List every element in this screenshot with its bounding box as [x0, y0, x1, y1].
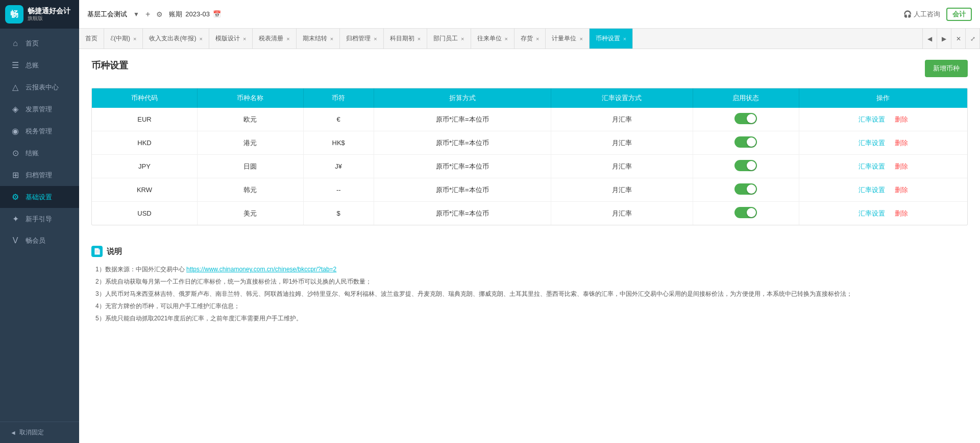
- sidebar-pin-button[interactable]: ◄ 取消固定: [0, 422, 79, 443]
- sidebar-label-home: 首页: [26, 39, 39, 48]
- delete-link[interactable]: 删除: [895, 162, 908, 170]
- cell-method: 原币*汇率=本位币: [374, 202, 551, 225]
- tab-currency-label: 币种设置: [596, 34, 620, 43]
- tab-income-close[interactable]: ×: [199, 36, 202, 42]
- sidebar-item-invoice[interactable]: ◈ 发票管理: [0, 98, 79, 120]
- toggle-switch[interactable]: [734, 207, 757, 218]
- tab-subjects[interactable]: 科目期初 ×: [384, 29, 427, 49]
- sidebar-item-guide[interactable]: ✦ 新手引导: [0, 208, 79, 230]
- tab-units2-close[interactable]: ×: [579, 36, 582, 42]
- cell-symbol: €: [303, 108, 374, 131]
- tab-taxclear-label: 税表清册: [259, 34, 283, 43]
- tab-subjects-close[interactable]: ×: [418, 36, 421, 42]
- notes-link[interactable]: https://www.chinamoney.com.cn/chinese/bk…: [186, 266, 336, 273]
- rate-setting-link[interactable]: 汇率设置: [859, 139, 885, 147]
- sidebar-item-home[interactable]: ⌂ 首页: [0, 33, 79, 54]
- tab-balance-label: ℰ(中期): [110, 34, 130, 43]
- tax-icon: ◉: [10, 126, 20, 136]
- rate-setting-link[interactable]: 汇率设置: [859, 209, 885, 217]
- sidebar-item-member[interactable]: V 畅会员: [0, 230, 79, 251]
- settings-gear-icon[interactable]: ⚙: [156, 10, 163, 18]
- logo-icon: 畅: [5, 5, 23, 24]
- sidebar-item-tax[interactable]: ◉ 税务管理: [0, 120, 79, 142]
- cell-status: [693, 178, 799, 202]
- notes-icon: 📄: [91, 246, 103, 257]
- toggle-switch[interactable]: [734, 113, 757, 124]
- tab-units[interactable]: 往来单位 ×: [471, 29, 514, 49]
- cell-name: 港元: [198, 131, 304, 155]
- period-display: 账期 2023-03 📅: [169, 10, 221, 19]
- table-row: HKD 港元 HK$ 原币*汇率=本位币 月汇率 汇率设置 删除: [92, 131, 967, 155]
- cell-symbol: HK$: [303, 131, 374, 155]
- tab-prev-button[interactable]: ◀: [923, 29, 937, 49]
- sidebar-item-checkout[interactable]: ⊙ 结账: [0, 142, 79, 164]
- tab-expand-button[interactable]: ⤢: [966, 29, 980, 49]
- tab-home[interactable]: 首页: [79, 29, 104, 49]
- tab-currency-close[interactable]: ×: [623, 36, 626, 42]
- tab-archivemgmt-close[interactable]: ×: [374, 36, 377, 42]
- sidebar-item-ledger[interactable]: ☰ 总账: [0, 54, 79, 76]
- cell-code: HKD: [92, 131, 198, 155]
- tab-taxclear[interactable]: 税表清册 ×: [253, 29, 296, 49]
- sidebar-label-tax: 税务管理: [26, 127, 52, 136]
- currency-table: 币种代码 币种名称 币符 折算方式 汇率设置方式 启用状态 操作 EUR 欧元 …: [91, 88, 968, 225]
- delete-link[interactable]: 删除: [895, 139, 908, 147]
- sidebar-label-checkout: 结账: [26, 149, 39, 158]
- delete-link[interactable]: 删除: [895, 115, 908, 123]
- sidebar: 畅 畅捷通好会计 旗舰版 ⌂ 首页 ☰ 总账 △ 云报表中心 ◈ 发票管理: [0, 0, 79, 443]
- checkout-icon: ⊙: [10, 148, 20, 158]
- tab-close-all-button[interactable]: ✕: [951, 29, 966, 49]
- tab-staff-close[interactable]: ×: [461, 36, 464, 42]
- tab-currency[interactable]: 币种设置 ×: [590, 29, 633, 49]
- tab-staff[interactable]: 部门员工 ×: [427, 29, 471, 49]
- ledger-icon: ☰: [10, 60, 20, 70]
- tab-inventory-close[interactable]: ×: [536, 36, 539, 42]
- role-badge[interactable]: 会计: [946, 8, 972, 21]
- tab-taxclear-close[interactable]: ×: [286, 36, 289, 42]
- toggle-switch[interactable]: [734, 160, 757, 171]
- cell-symbol: J¥: [303, 155, 374, 178]
- tab-template-close[interactable]: ×: [243, 36, 246, 42]
- add-company-icon[interactable]: +: [145, 10, 150, 19]
- tab-staff-label: 部门员工: [433, 34, 458, 43]
- topbar-right: 🎧 人工咨询 会计: [903, 8, 972, 21]
- tab-periodend[interactable]: 期末结转 ×: [297, 29, 340, 49]
- tab-periodend-close[interactable]: ×: [330, 36, 333, 42]
- sidebar-label-reports: 云报表中心: [26, 83, 59, 92]
- help-button[interactable]: 🎧 人工咨询: [903, 10, 940, 19]
- calendar-icon[interactable]: 📅: [213, 10, 221, 18]
- tab-units2[interactable]: 计量单位 ×: [546, 29, 589, 49]
- company-dropdown-icon[interactable]: ▼: [133, 11, 139, 18]
- cell-rate-method: 月汇率: [551, 108, 693, 131]
- archive-icon: ⊞: [10, 170, 20, 180]
- tab-inventory-label: 存货: [521, 34, 533, 43]
- invoice-icon: ◈: [10, 104, 20, 114]
- delete-link[interactable]: 删除: [895, 186, 908, 194]
- tab-income[interactable]: 收入支出表(年报) ×: [143, 29, 209, 49]
- tab-next-button[interactable]: ▶: [937, 29, 951, 49]
- tab-inventory[interactable]: 存货 ×: [514, 29, 546, 49]
- rate-setting-link[interactable]: 汇率设置: [859, 115, 885, 123]
- topbar: 基层工会测试 ▼ + ⚙ 账期 2023-03 📅 🎧 人工咨询 会计: [79, 0, 980, 29]
- tab-template[interactable]: 模版设计 ×: [209, 29, 253, 49]
- tab-archivemgmt[interactable]: 归档管理 ×: [340, 29, 383, 49]
- tab-units2-label: 计量单位: [552, 34, 576, 43]
- rate-setting-link[interactable]: 汇率设置: [859, 162, 885, 170]
- toggle-switch[interactable]: [734, 136, 757, 148]
- delete-link[interactable]: 删除: [895, 209, 908, 217]
- rate-setting-link[interactable]: 汇率设置: [859, 186, 885, 194]
- cell-method: 原币*汇率=本位币: [374, 155, 551, 178]
- cell-action: 汇率设置 删除: [799, 202, 967, 225]
- toggle-switch[interactable]: [734, 183, 757, 195]
- tab-balance[interactable]: ℰ(中期) ×: [104, 29, 143, 49]
- sidebar-item-reports[interactable]: △ 云报表中心: [0, 76, 79, 98]
- table-row: JPY 日圆 J¥ 原币*汇率=本位币 月汇率 汇率设置 删除: [92, 155, 967, 178]
- new-currency-button[interactable]: 新增币种: [925, 60, 968, 77]
- cell-name: 韩元: [198, 178, 304, 202]
- sidebar-item-settings[interactable]: ⚙ 基础设置: [0, 186, 79, 208]
- logo-title: 畅捷通好会计: [28, 7, 70, 15]
- pin-label: 取消固定: [19, 428, 44, 437]
- tab-balance-close[interactable]: ×: [133, 36, 136, 42]
- tab-units-close[interactable]: ×: [505, 36, 508, 42]
- sidebar-item-archive[interactable]: ⊞ 归档管理: [0, 164, 79, 186]
